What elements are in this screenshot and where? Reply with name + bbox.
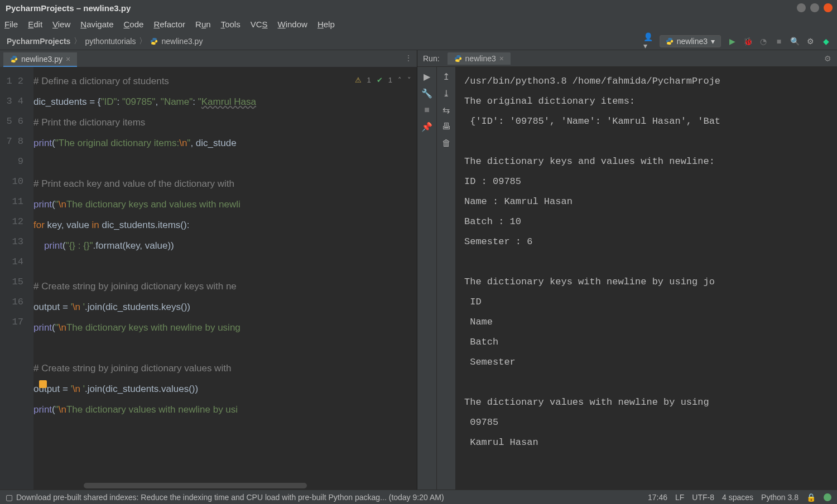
wrap-icon[interactable]: ⇆ [441, 105, 451, 115]
run-tab[interactable]: newline3 × [448, 52, 511, 65]
status-time: 17:46 [648, 493, 667, 502]
user-icon[interactable]: 👤▾ [644, 37, 653, 46]
wrench-icon[interactable]: 🔧 [422, 88, 432, 98]
chevron-right-icon: 〉 [139, 36, 147, 46]
down-icon[interactable]: ⤓ [441, 88, 451, 98]
pin-icon[interactable]: 📌 [422, 122, 432, 132]
python-file-icon [150, 37, 158, 45]
run-label: Run: [423, 54, 440, 63]
rerun-icon[interactable]: ▶ [422, 71, 432, 81]
status-indent[interactable]: 4 spaces [722, 493, 753, 502]
close-icon[interactable]: × [66, 55, 70, 64]
chevron-up-icon[interactable]: ˄ [398, 70, 402, 90]
horizontal-scrollbar[interactable] [84, 483, 307, 488]
status-message-area[interactable]: ▢ Download pre-built shared indexes: Red… [6, 493, 640, 502]
status-python[interactable]: Python 3.8 [761, 493, 798, 502]
ide-logo-icon[interactable]: ◆ [821, 37, 830, 46]
inspection-widget[interactable]: ⚠1 ✔1 ˄ ˅ [355, 70, 411, 90]
maximize-button[interactable] [810, 3, 819, 12]
breadcrumb-root[interactable]: PycharmProjects [7, 37, 70, 46]
breadcrumb-file[interactable]: newline3.py [161, 37, 203, 46]
trash-icon[interactable]: 🗑 [441, 138, 451, 148]
close-button[interactable] [824, 3, 833, 12]
breadcrumb: PycharmProjects 〉 pythontutorials 〉 newl… [7, 36, 203, 46]
warning-count: 1 [367, 70, 371, 90]
run-header: Run: newline3 × ⚙ [417, 50, 837, 67]
status-indicator-icon[interactable] [824, 493, 831, 501]
menubar: File Edit View Navigate Code Refactor Ru… [0, 16, 837, 32]
editor-pane: newline3.py × ⋮ 1 2 3 4 5 6 7 8 9 10 11 … [0, 50, 417, 490]
menu-edit[interactable]: Edit [28, 20, 42, 29]
warning-triangle-icon: ⚠ [355, 70, 362, 90]
up-icon[interactable]: ↥ [441, 71, 451, 81]
chevron-down-icon[interactable]: ˅ [407, 70, 411, 90]
navigation-bar: PycharmProjects 〉 pythontutorials 〉 newl… [0, 32, 837, 50]
statusbar: ▢ Download pre-built shared indexes: Red… [0, 490, 837, 504]
python-icon [666, 37, 674, 45]
menu-window[interactable]: Window [278, 20, 307, 29]
menu-run[interactable]: Run [195, 20, 211, 29]
run-tab-label: newline3 [465, 54, 496, 63]
gear-icon[interactable]: ⚙ [806, 37, 815, 46]
search-icon[interactable]: 🔍 [790, 37, 799, 46]
titlebar: PycharmProjects – newline3.py [0, 0, 837, 16]
status-encoding[interactable]: UTF-8 [692, 493, 714, 502]
line-gutter: 1 2 3 4 5 6 7 8 9 10 11 12 13 14 15 16 1… [0, 67, 33, 490]
run-body: ▶ 🔧 ■ 📌 ↥ ⤓ ⇆ 🖶 🗑 /usr/bin/python3.8 /ho… [417, 67, 837, 490]
code-area[interactable]: # Define a dictionary of students dic_st… [33, 67, 417, 490]
editor-tabs: newline3.py × ⋮ [0, 50, 417, 67]
main-area: newline3.py × ⋮ 1 2 3 4 5 6 7 8 9 10 11 … [0, 50, 837, 490]
run-pane: Run: newline3 × ⚙ ▶ 🔧 ■ 📌 ↥ ⤓ ⇆ 🖶 🗑 [417, 50, 837, 490]
run-toolbar-right: ↥ ⤓ ⇆ 🖶 🗑 [436, 67, 455, 490]
python-icon [454, 55, 462, 62]
menu-tools[interactable]: Tools [221, 20, 240, 29]
tab-menu-icon[interactable]: ⋮ [405, 54, 412, 62]
menu-view[interactable]: View [52, 20, 70, 29]
minimize-button[interactable] [797, 3, 806, 12]
tab-label: newline3.py [21, 55, 62, 64]
print-icon[interactable]: 🖶 [441, 122, 451, 132]
menu-refactor[interactable]: Refactor [153, 20, 185, 29]
window-controls [797, 3, 833, 12]
breadcrumb-folder[interactable]: pythontutorials [85, 37, 136, 46]
menu-code[interactable]: Code [124, 20, 144, 29]
close-icon[interactable]: × [499, 54, 504, 63]
debug-button[interactable]: 🐞 [743, 37, 752, 46]
menu-navigate[interactable]: Navigate [80, 20, 113, 29]
chevron-right-icon: 〉 [74, 36, 81, 46]
python-file-icon [10, 55, 18, 63]
menu-help[interactable]: Help [318, 20, 335, 29]
checkmark-icon: ✔ [377, 70, 383, 90]
status-line-sep[interactable]: LF [675, 493, 684, 502]
menu-vcs[interactable]: VCS [251, 20, 268, 29]
gear-icon[interactable]: ⚙ [824, 54, 831, 63]
chevron-down-icon: ▾ [711, 37, 715, 46]
editor-body[interactable]: 1 2 3 4 5 6 7 8 9 10 11 12 13 14 15 16 1… [0, 67, 417, 490]
console-output[interactable]: /usr/bin/python3.8 /home/fahmida/Pycharm… [455, 67, 837, 490]
editor-tab-newline3[interactable]: newline3.py × [3, 52, 77, 67]
hint-count: 1 [388, 70, 392, 90]
run-button[interactable]: ▶ [728, 37, 737, 46]
run-config-selector[interactable]: newline3 ▾ [660, 35, 721, 47]
window-title: PycharmProjects – newline3.py [6, 3, 131, 13]
run-toolbar-left: ▶ 🔧 ■ 📌 [417, 67, 436, 490]
stop-button[interactable]: ■ [775, 37, 783, 46]
notification-icon: ▢ [6, 493, 13, 502]
run-config-name: newline3 [677, 37, 708, 46]
stop-icon[interactable]: ■ [422, 105, 432, 115]
intention-bulb-icon[interactable] [39, 380, 47, 388]
toolbar-right: 👤▾ newline3 ▾ ▶ 🐞 ◔ ■ 🔍 ⚙ ◆ [644, 35, 830, 47]
coverage-button[interactable]: ◔ [759, 37, 768, 46]
menu-file[interactable]: File [4, 20, 18, 29]
lock-icon[interactable]: 🔒 [806, 493, 816, 502]
status-message: Download pre-built shared indexes: Reduc… [16, 493, 444, 502]
